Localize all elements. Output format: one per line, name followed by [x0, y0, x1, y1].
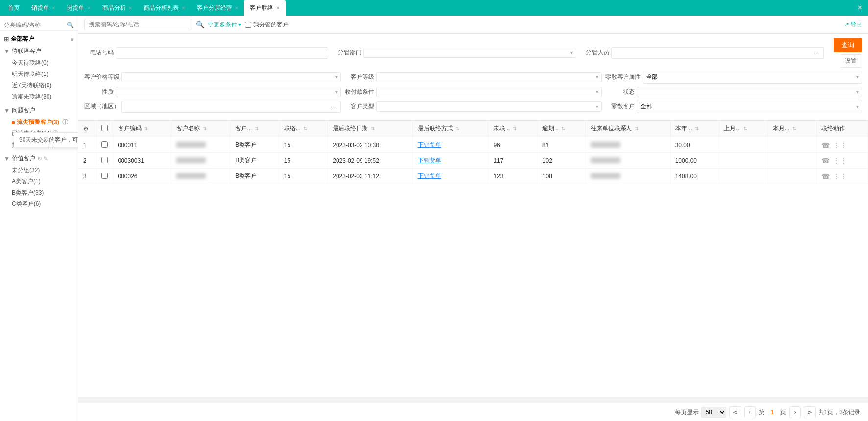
- retail-customer-select[interactable]: 全部 ▾: [637, 100, 862, 113]
- th-this-month[interactable]: 本月... ⇅: [768, 121, 816, 137]
- payment-select[interactable]: ▾: [376, 87, 602, 97]
- row-checkbox[interactable]: [101, 141, 108, 148]
- th-name[interactable]: 客户名称 ⇅: [171, 121, 230, 137]
- info-icon[interactable]: ⓘ: [62, 118, 68, 126]
- region-select[interactable]: ···: [121, 101, 341, 113]
- search-button[interactable]: 🔍: [196, 21, 204, 28]
- my-customers-checkbox[interactable]: [245, 22, 251, 28]
- sidebar-search-input[interactable]: [4, 22, 67, 28]
- close-tab-customer-layering[interactable]: ×: [235, 5, 238, 11]
- th-last-contact-method[interactable]: 最后联络方式 ⇅: [412, 121, 488, 137]
- more-action-icon-2[interactable]: ⋮⋮: [833, 157, 846, 165]
- settings-button[interactable]: 设置: [840, 54, 862, 68]
- more-action-icon-1[interactable]: ⋮⋮: [833, 141, 846, 149]
- sidebar-item-tomorrow-contact[interactable]: 明天待联络(1): [0, 69, 78, 80]
- sidebar-item-class-c[interactable]: C类客户(6): [0, 198, 78, 210]
- group-value-customers-title[interactable]: ▼ 价值客户 ↻ ✎: [0, 152, 78, 165]
- th-uncontacted[interactable]: 未联... ⇅: [488, 121, 537, 137]
- close-tab-purchase[interactable]: ×: [87, 5, 90, 11]
- sidebar-item-unclassified[interactable]: 未分组(32): [0, 165, 78, 176]
- group-pending-contact-title[interactable]: ▼ 待联络客户: [0, 45, 78, 57]
- close-tab-customer-contact[interactable]: ×: [276, 5, 279, 11]
- retail-attr-select[interactable]: 全部 ▾: [643, 71, 862, 84]
- customer-level-select[interactable]: ▾: [376, 72, 602, 82]
- sort-overdue-icon: ⇅: [561, 126, 565, 131]
- dept-select[interactable]: ▾: [363, 48, 576, 58]
- close-window[interactable]: ×: [854, 3, 866, 12]
- tab-purchase[interactable]: 进货单 ×: [61, 0, 96, 16]
- sidebar-item-7day-contact[interactable]: 近7天待联络(0): [0, 80, 78, 91]
- sidebar-search-icon[interactable]: 🔍: [67, 22, 74, 28]
- search-input[interactable]: [84, 19, 192, 30]
- tab-home[interactable]: 首页: [2, 0, 25, 16]
- tab-customer-contact[interactable]: 客户联络 ×: [244, 0, 285, 16]
- status-select[interactable]: ▾: [637, 87, 862, 97]
- price-level-select[interactable]: ▾: [121, 72, 341, 82]
- query-button[interactable]: 查询: [834, 38, 862, 52]
- customer-type-select[interactable]: ▾: [376, 101, 602, 112]
- nature-arrow-icon: ▾: [335, 89, 338, 95]
- manager-more-icon[interactable]: ···: [812, 50, 820, 56]
- td-checkbox[interactable]: [96, 137, 113, 153]
- th-contact-count[interactable]: 联络... ⇅: [279, 121, 327, 137]
- select-all-checkbox[interactable]: [101, 125, 108, 131]
- my-customers-checkbox-label[interactable]: 我分管的客户: [245, 21, 289, 29]
- filter-cell-phone: 电话号码: [84, 47, 328, 59]
- td-checkbox[interactable]: [96, 169, 113, 184]
- edit-icon[interactable]: ✎: [43, 155, 48, 162]
- sidebar-item-overdue-contact[interactable]: 逾期未联络(30): [0, 91, 78, 102]
- close-tab-sales[interactable]: ×: [52, 5, 55, 11]
- th-unit-contacts[interactable]: 往来单位联系人 ⇅: [586, 121, 670, 137]
- last-page-button[interactable]: ⊳: [804, 406, 816, 418]
- more-action-icon-3[interactable]: ⋮⋮: [833, 173, 846, 180]
- contact-action-icon-1[interactable]: ☎: [821, 141, 830, 149]
- sidebar-item-class-b[interactable]: B类客户(33): [0, 187, 78, 198]
- sidebar-collapse-icon[interactable]: «: [70, 35, 74, 43]
- close-tab-product-analysis[interactable]: ×: [129, 5, 132, 11]
- nature-select[interactable]: ▾: [116, 87, 341, 97]
- th-settings[interactable]: ⚙: [78, 121, 96, 137]
- row-checkbox[interactable]: [101, 173, 108, 179]
- td-contact-count: 15: [279, 137, 327, 153]
- contact-action-icon-3[interactable]: ☎: [821, 173, 830, 180]
- per-page-select[interactable]: 50 20 100: [701, 407, 726, 418]
- td-overdue: 108: [537, 169, 585, 184]
- th-last-month[interactable]: 上月... ⇅: [719, 121, 768, 137]
- more-conditions-button[interactable]: ▽ 更多条件 ▾: [208, 21, 241, 29]
- tab-sales[interactable]: 销货单 ×: [25, 0, 61, 16]
- tab-customer-layering[interactable]: 客户分层经营 ×: [191, 0, 244, 16]
- sort-method-icon: ⇅: [456, 126, 459, 131]
- status-arrow-icon: ▾: [856, 89, 859, 95]
- th-annual[interactable]: 本年... ⇅: [670, 121, 719, 137]
- sidebar-item-churn-warning[interactable]: 流失预警客户(3) ⓘ: [0, 117, 78, 128]
- refresh-icon[interactable]: ↻: [37, 155, 42, 162]
- td-checkbox[interactable]: [96, 153, 113, 169]
- link-method-1[interactable]: 下销货单: [418, 141, 441, 148]
- th-last-contact-date[interactable]: 最后联络日期 ⇅: [328, 121, 412, 137]
- tab-product-analysis-list[interactable]: 商品分析列表 ×: [138, 0, 191, 16]
- link-method-3[interactable]: 下销货单: [418, 173, 441, 179]
- prev-page-button[interactable]: ‹: [744, 406, 756, 418]
- link-method-2[interactable]: 下销货单: [418, 157, 441, 164]
- th-checkbox[interactable]: [96, 121, 113, 137]
- next-page-button[interactable]: ›: [789, 406, 801, 418]
- row-checkbox[interactable]: [101, 157, 108, 163]
- th-code[interactable]: 客户编码 ⇅: [113, 121, 171, 137]
- th-overdue[interactable]: 逾期... ⇅: [537, 121, 585, 137]
- td-last-date: 2023-02-03 11:12:: [328, 169, 412, 184]
- phone-input[interactable]: [116, 47, 328, 59]
- tab-product-analysis[interactable]: 商品分析 ×: [96, 0, 138, 16]
- close-tab-product-analysis-list[interactable]: ×: [182, 5, 185, 11]
- sidebar-item-class-a[interactable]: A类客户(1): [0, 176, 78, 187]
- th-customer-type[interactable]: 客户... ⇅: [230, 121, 279, 137]
- first-page-button[interactable]: ⊲: [729, 406, 741, 418]
- export-button[interactable]: ↗ 导出: [844, 21, 862, 29]
- sidebar-all-customers[interactable]: ⊞ 全部客户 «: [0, 33, 78, 45]
- group-problem-customers-title[interactable]: ▼ 问题客户: [0, 104, 78, 117]
- contact-action-icon-2[interactable]: ☎: [821, 157, 830, 165]
- sort-lastmonth-icon: ⇅: [743, 126, 747, 131]
- region-more-icon[interactable]: ···: [329, 103, 338, 110]
- horizontal-scrollbar[interactable]: [78, 397, 868, 403]
- sidebar-item-today-contact[interactable]: 今天待联络(0): [0, 57, 78, 69]
- manager-select[interactable]: ···: [611, 47, 824, 59]
